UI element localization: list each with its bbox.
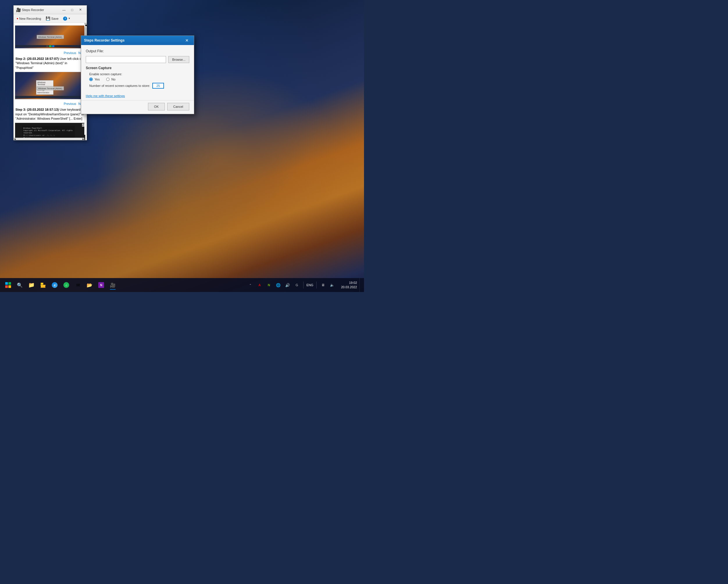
system-tray: ⌃ A N 🌐 🔊 G ENG 🖥 🔈 [244,281,339,289]
window-title: Steps Recorder [22,8,60,11]
steps-recorder-taskbar-button[interactable]: 🎥 [108,280,118,290]
store-captures-row: Number of recent screen captures to stor… [89,83,189,89]
file-manager-icon: 📂 [87,282,93,288]
window-content[interactable]: Windows Terminal (Admin) Previous Next S… [14,23,87,140]
dialog-titlebar: Steps Recorder Settings ✕ [81,36,194,45]
maximize-button[interactable]: □ [68,5,76,14]
help-link[interactable]: Help me with these settings [86,94,125,98]
close-button[interactable]: ✕ [76,5,84,14]
amd-icon[interactable]: A [256,281,264,289]
volume-tray-icon[interactable]: 🔈 [328,281,336,289]
screenshot-2-tooltip: Windows Terminal (Admin) [36,86,64,90]
logo-q2 [8,282,11,285]
screen-capture-options: Enable screen capture: Yes No Number of … [86,72,189,89]
system-clock[interactable]: 19:02 20.03.2022 [339,281,359,290]
step-3-nav: Previous Next [15,101,85,107]
screenshot-1-inner: Windows Terminal (Admin) [15,26,85,48]
windows-logo [5,282,11,288]
onenote-icon: N [98,282,104,288]
file-manager-button[interactable]: 📂 [84,280,95,290]
file-explorer-button[interactable]: 📁 [26,280,36,290]
scroll-thumb[interactable] [84,27,87,36]
save-label: Save [51,17,58,20]
no-label: No [111,78,115,81]
cancel-button[interactable]: Cancel [167,103,189,110]
active-indicator [110,289,116,290]
step-1-screenshot: Windows Terminal (Admin) [15,25,85,49]
help-button[interactable]: ? ▼ [61,16,72,21]
output-file-input[interactable] [86,56,166,63]
store-label: Number of recent screen captures to stor… [89,84,150,87]
dialog-close-button[interactable]: ✕ [183,36,191,45]
start-button[interactable] [3,280,14,290]
settings-dialog: Steps Recorder Settings ✕ Output File: B… [81,35,194,114]
mail-icon: ✉ [76,282,80,288]
onenote-button[interactable]: N [96,280,106,290]
logitech-icon[interactable]: G [293,281,301,289]
logo-q1 [5,282,8,285]
steps-recorder-taskbar-icon: 🎥 [110,282,116,288]
step-2-nav: Previous Next [15,50,85,56]
screenshot-1-tooltip: Windows Terminal (Admin) [36,35,64,39]
clock-time: 19:02 [341,281,357,285]
folder-icon: 📁 [28,282,34,288]
tray-separator [303,281,304,288]
network-icon[interactable]: 🌐 [274,281,282,289]
language-indicator[interactable]: ENG [306,281,314,289]
ok-button[interactable]: OK [148,103,165,110]
nvidia-icon[interactable]: N [265,281,273,289]
step-3-description: Step 3: (20.03.2022 18:57:13) User keybo… [15,107,85,121]
steps-recorder-window: 🎥 Steps Recorder — □ ✕ ● New Recording 💾… [14,5,87,140]
display-icon[interactable]: 🖥 [319,281,327,289]
dialog-body: Output File: Browse... Screen Capture En… [81,45,194,93]
browse-button[interactable]: Browse... [168,56,189,63]
yes-label: Yes [95,78,100,81]
store-button[interactable]: 🏪 [38,280,48,290]
save-button[interactable]: 💾 Save [44,16,60,21]
edge-icon: e [52,282,57,288]
screen-capture-section: Screen Capture Enable screen capture: Ye… [86,66,189,89]
output-file-input-row: Browse... [86,56,189,63]
taskbar: 🔍 📁 🏪 e ♫ ✉ 📂 N 🎥 ⌃ A N 🌐 🔊 G [0,278,364,292]
show-desktop-button[interactable] [359,278,362,292]
window-titlebar: 🎥 Steps Recorder — □ ✕ [14,5,87,14]
help-icon: ? [63,17,67,21]
steps-recorder-icon: 🎥 [16,7,21,12]
store-value-input[interactable] [152,83,164,89]
store-icon: 🏪 [40,282,46,288]
new-recording-button[interactable]: ● New Recording [15,16,43,21]
help-dropdown-icon: ▼ [68,17,70,20]
dialog-footer: OK Cancel [81,100,194,114]
minimize-button[interactable]: — [60,5,68,14]
search-taskbar-button[interactable]: 🔍 [15,280,25,290]
step-2-previous-link[interactable]: Previous [64,51,76,55]
audio-icon[interactable]: 🔊 [283,281,292,289]
window-controls: — □ ✕ [60,5,84,14]
step-2-screenshot: Windows Terminal Open Settings Administr… [15,72,85,100]
dialog-title: Steps Recorder Settings [84,38,183,43]
record-icon: ● [17,17,18,20]
step-3-previous-link[interactable]: Previous [64,102,76,106]
mail-button[interactable]: ✉ [73,280,83,290]
new-recording-label: New Recording [19,17,41,20]
edge-button[interactable]: e [49,280,60,290]
logo-q4 [8,285,11,288]
no-radio[interactable] [106,78,110,81]
step-2-description: Step 2: (20.03.2022 18:57:07) User left … [15,56,85,71]
window-toolbar: ● New Recording 💾 Save ? ▼ [14,14,87,23]
scroll-left-button[interactable]: ◀ [14,138,16,140]
scroll-track[interactable] [16,138,82,140]
search-icon: 🔍 [17,282,23,288]
tray-expand-button[interactable]: ⌃ [246,281,254,289]
clock-date: 20.03.2022 [341,285,357,289]
step-3-label: Step 3: (20.03.2022 18:57:13) [16,108,59,111]
yes-radio[interactable] [89,78,93,81]
spotify-button[interactable]: ♫ [61,280,72,290]
horizontal-scrollbar[interactable]: ◀ ▶ [14,138,84,140]
help-link-row: Help me with these settings [81,93,194,100]
scroll-right-button[interactable]: ▶ [82,138,84,140]
output-file-label: Output File: [86,49,109,53]
tray-separator-2 [316,281,317,288]
logo-q3 [5,285,8,288]
scroll-up-button[interactable]: ▲ [84,23,87,25]
